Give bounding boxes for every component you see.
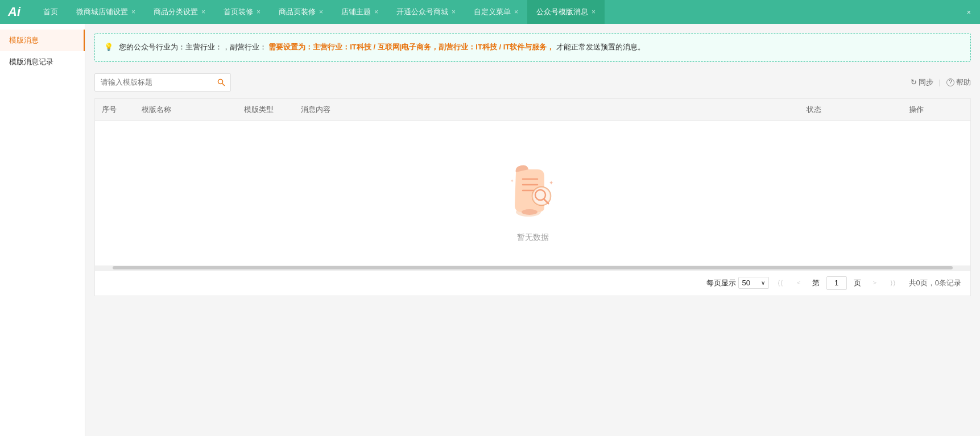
pagination-bar: 每页显示 50 ∨ ⟨⟨ ＜ 第 页 ＞ ⟩⟩ 共0页，0条记录 bbox=[95, 270, 970, 296]
prev-page-button[interactable]: ＜ bbox=[792, 276, 805, 290]
col-index: 序号 bbox=[95, 99, 135, 121]
nav-item-category-settings[interactable]: 商品分类设置 × bbox=[144, 0, 214, 24]
close-store-settings[interactable]: × bbox=[131, 8, 135, 16]
scrollbar-thumb[interactable] bbox=[113, 266, 953, 269]
table-header: 序号 模版名称 模版类型 消息内容 状态 操作 bbox=[95, 99, 970, 121]
nav-item-homepage-decor[interactable]: 首页装修 × bbox=[214, 0, 270, 24]
content-area: 💡 您的公众号行业为：主营行业：，副营行业： 需要设置为：主营行业：IT科技 /… bbox=[85, 24, 980, 436]
notice-highlight: 需要设置为：主营行业：IT科技 / 互联网|电子商务，副营行业：IT科技 / I… bbox=[268, 43, 554, 51]
next-page-button[interactable]: ＞ bbox=[868, 276, 882, 290]
nav-item-template-msg[interactable]: 公众号模版消息 × bbox=[527, 0, 605, 24]
svg-line-1 bbox=[222, 83, 225, 85]
top-nav: Ai 首页 微商城店铺设置 × 商品分类设置 × 首页装修 × 商品页装修 × … bbox=[0, 0, 980, 24]
page-di-label: 第 bbox=[812, 278, 820, 288]
search-input[interactable] bbox=[95, 78, 212, 86]
sidebar-item-template-message-record[interactable]: 模版消息记录 bbox=[0, 51, 85, 73]
last-page-button[interactable]: ⟩⟩ bbox=[886, 276, 900, 290]
search-input-wrap bbox=[94, 73, 231, 92]
close-homepage-decor[interactable]: × bbox=[257, 8, 260, 16]
nav-item-home[interactable]: 首页 bbox=[34, 0, 67, 24]
page-size-dropdown[interactable]: 50 ∨ bbox=[738, 277, 769, 289]
app-logo: Ai bbox=[0, 0, 34, 24]
first-page-button[interactable]: ⟨⟨ bbox=[774, 276, 787, 290]
close-product-decor[interactable]: × bbox=[319, 8, 323, 16]
col-content: 消息内容 bbox=[294, 99, 800, 121]
sidebar-item-template-message[interactable]: 模版消息 bbox=[0, 30, 85, 51]
notice-prefix: 您的公众号行业为：主营行业：，副营行业： bbox=[119, 43, 267, 51]
col-type: 模版类型 bbox=[237, 99, 294, 121]
data-table: 序号 模版名称 模版类型 消息内容 状态 操作 bbox=[94, 98, 971, 296]
sync-button[interactable]: ↻ 同步 bbox=[911, 77, 933, 88]
help-button[interactable]: ? 帮助 bbox=[946, 77, 971, 88]
search-button[interactable] bbox=[212, 73, 230, 92]
notice-suffix: 才能正常发送预置的消息。 bbox=[556, 43, 645, 51]
col-name: 模版名称 bbox=[135, 99, 237, 121]
sidebar: 模版消息 模版消息记录 bbox=[0, 24, 85, 436]
top-actions: ↻ 同步 | ? 帮助 bbox=[911, 77, 971, 88]
page-number-input[interactable] bbox=[826, 276, 847, 290]
nav-item-product-decor[interactable]: 商品页装修 × bbox=[270, 0, 332, 24]
nav-item-store-theme[interactable]: 店铺主题 × bbox=[332, 0, 387, 24]
page-unit-label: 页 bbox=[854, 278, 861, 288]
close-custom-menu[interactable]: × bbox=[514, 8, 518, 16]
search-area: ↻ 同步 | ? 帮助 bbox=[94, 73, 971, 92]
svg-point-3 bbox=[522, 209, 537, 215]
toolbar-divider: | bbox=[939, 78, 941, 86]
notice-icon: 💡 bbox=[104, 43, 113, 51]
svg-text:✦: ✦ bbox=[510, 178, 514, 184]
empty-illustration: ✦ ✦ bbox=[499, 155, 567, 223]
close-template-msg[interactable]: × bbox=[592, 8, 596, 16]
main-layout: 模版消息 模版消息记录 💡 您的公众号行业为：主营行业：，副营行业： 需要设置为… bbox=[0, 24, 980, 436]
notice-box: 💡 您的公众号行业为：主营行业：，副营行业： 需要设置为：主营行业：IT科技 /… bbox=[94, 33, 971, 62]
page-size-select: 每页显示 50 ∨ bbox=[706, 277, 769, 289]
nav-item-store-settings[interactable]: 微商城店铺设置 × bbox=[67, 0, 144, 24]
chevron-down-icon: ∨ bbox=[761, 280, 765, 286]
col-status: 状态 bbox=[800, 99, 902, 121]
page-size-value: 50 bbox=[742, 279, 750, 287]
page-total-text: 共0页，0条记录 bbox=[909, 278, 961, 288]
horizontal-scrollbar[interactable] bbox=[95, 265, 970, 270]
empty-state: ✦ ✦ 暂无数据 bbox=[95, 121, 970, 265]
nav-item-open-mall[interactable]: 开通公众号商城 × bbox=[387, 0, 465, 24]
sync-icon: ↻ bbox=[911, 78, 917, 86]
close-category-settings[interactable]: × bbox=[201, 8, 205, 16]
col-action: 操作 bbox=[902, 99, 970, 121]
close-all-tabs[interactable]: × bbox=[957, 0, 980, 24]
empty-text: 暂无数据 bbox=[517, 232, 549, 243]
page-size-label: 每页显示 bbox=[706, 278, 736, 288]
svg-text:✦: ✦ bbox=[549, 180, 553, 186]
close-store-theme[interactable]: × bbox=[374, 8, 378, 16]
nav-item-custom-menu[interactable]: 自定义菜单 × bbox=[465, 0, 527, 24]
close-open-mall[interactable]: × bbox=[452, 8, 456, 16]
help-icon: ? bbox=[946, 78, 954, 86]
